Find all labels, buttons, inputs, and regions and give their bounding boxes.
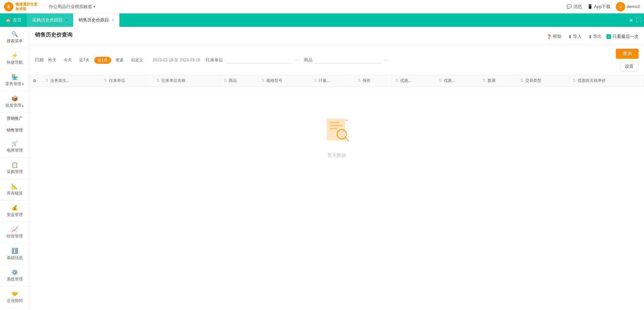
maximize-button[interactable]: ⛶ bbox=[636, 17, 641, 23]
goods-input[interactable] bbox=[315, 57, 382, 63]
tab-sales-history[interactable]: 销售历史价跟踪 × bbox=[73, 13, 119, 27]
sidebar-item-quick-nav[interactable]: ⚡ 快捷导航 bbox=[0, 48, 29, 70]
col-biz-date[interactable]: ⇅ 业务发生... bbox=[42, 75, 100, 87]
date-btn-yesterday[interactable]: 昨天 bbox=[46, 57, 59, 64]
data-table: ⚙ ⇅ 业务发生... ⇅ 往来单位 ⇅ 往来单位名称 bbox=[30, 75, 644, 87]
quick-nav-icon: ⚡ bbox=[11, 52, 18, 59]
sidebar-item-enterprise-collab[interactable]: 🤝 企业协同 bbox=[0, 287, 29, 308]
sidebar-item-marketing-promo[interactable]: 营销推广 bbox=[0, 113, 29, 124]
goods-filter: 商品 ··· bbox=[304, 57, 388, 63]
content-area: 销售历史价查询 ❓ 帮助 ⬆ 导入 ⬇ 导出 ✓ bbox=[30, 27, 644, 310]
sidebar-item-ecommerce-mgmt[interactable]: 🛒 电商管理 bbox=[0, 136, 29, 158]
logo-area: 6 畅捷通好生意 标准版 bbox=[4, 2, 38, 11]
page-header: 销售历史价查询 ❓ 帮助 ⬆ 导入 ⬇ 导出 ✓ bbox=[30, 27, 644, 45]
sidebar-item-inventory-calc[interactable]: 📐 库存核算 bbox=[0, 179, 29, 201]
only-last-checkbox-label[interactable]: ✓ 只看最后一次 bbox=[606, 34, 639, 40]
col-goods[interactable]: ⇅ 商品 bbox=[220, 75, 258, 87]
finance-icon: 💰 bbox=[11, 205, 18, 211]
import-button[interactable]: ⬆ 导入 bbox=[566, 33, 584, 40]
help-button[interactable]: ❓ 帮助 bbox=[544, 33, 564, 40]
tab-sales-close[interactable]: × bbox=[112, 18, 114, 22]
sort-icon-goods[interactable]: ⇅ bbox=[224, 78, 227, 83]
date-range-display: 2023-02-18 至 2023-03-18 bbox=[153, 57, 200, 63]
message-icon: 💬 bbox=[567, 4, 572, 9]
help-icon: ❓ bbox=[546, 34, 552, 39]
col-trading-unit-code[interactable]: ⇅ 往来单位 bbox=[100, 75, 153, 87]
operations-icon: 📈 bbox=[11, 226, 18, 232]
col-quantity[interactable]: ⇅ 数量 bbox=[479, 75, 517, 87]
sort-icon-discount1[interactable]: ⇅ bbox=[395, 78, 398, 83]
sort-icon-quoted-price[interactable]: ⇅ bbox=[358, 78, 361, 83]
filter-bar: 日期 昨天 今天 近7天 近1月 更多 自定义 2023-02-18 至 202… bbox=[30, 45, 644, 75]
sort-icon-quantity[interactable]: ⇅ bbox=[482, 78, 486, 83]
sidebar-item-sales-mgmt[interactable]: 销售管理 bbox=[0, 124, 29, 136]
sidebar-item-beginner-guide[interactable]: 🎯 新手引导 bbox=[0, 308, 29, 310]
message-button[interactable]: 💬 消息 bbox=[567, 4, 582, 10]
sort-icon-spec[interactable]: ⇅ bbox=[261, 78, 265, 83]
col-quoted-price[interactable]: ⇅ 报价 bbox=[354, 75, 391, 87]
sidebar-item-basic-info[interactable]: ℹ️ 基础信息 bbox=[0, 244, 29, 265]
col-discount1[interactable]: ⇅ 优惠... bbox=[391, 75, 435, 87]
tab-purchase-close[interactable]: × bbox=[65, 18, 68, 22]
setting-button[interactable]: 设置 bbox=[620, 61, 639, 71]
svg-rect-1 bbox=[329, 122, 339, 123]
purchase-icon: 📋 bbox=[11, 162, 18, 168]
svg-text:✦: ✦ bbox=[345, 118, 348, 123]
table-header: ⚙ ⇅ 业务发生... ⇅ 往来单位 ⇅ 往来单位名称 bbox=[30, 75, 644, 87]
sort-icon-unit[interactable]: ⇅ bbox=[314, 78, 317, 83]
sidebar-item-retail-mgmt[interactable]: 🏪 零售管理 ▾ bbox=[0, 70, 29, 91]
search-icon: 🔍 bbox=[11, 31, 18, 37]
page-title: 销售历史价查询 bbox=[35, 32, 72, 39]
date-btn-custom[interactable]: 自定义 bbox=[128, 57, 146, 64]
chevron-up-icon: ▴ bbox=[22, 104, 24, 107]
avatar: d bbox=[616, 2, 625, 11]
sidebar-item-operations-mgmt[interactable]: 📈 经营管理 bbox=[0, 222, 29, 244]
page-toolbar: ❓ 帮助 ⬆ 导入 ⬇ 导出 ✓ 只看最后一次 bbox=[544, 31, 639, 42]
export-button[interactable]: ⬇ 导出 bbox=[586, 33, 604, 40]
goods-picker[interactable]: ··· bbox=[384, 57, 388, 63]
date-btn-7days[interactable]: 近7天 bbox=[76, 57, 92, 64]
sort-icon-trade-type[interactable]: ⇅ bbox=[520, 78, 523, 83]
date-btn-more[interactable]: 更多 bbox=[113, 57, 126, 64]
sidebar-item-wholesale-mgmt[interactable]: 📦 批发管理 ▴ bbox=[0, 91, 29, 113]
goods-label: 商品 bbox=[304, 57, 313, 63]
empty-svg: ✦ ✦ bbox=[320, 113, 354, 147]
sort-icon-trading-unit-name[interactable]: ⇅ bbox=[156, 78, 160, 83]
col-unit[interactable]: ⇅ 计量... bbox=[310, 75, 354, 87]
col-pretax-price[interactable]: ⇅ 优惠前无税单价 bbox=[569, 75, 644, 87]
user-profile[interactable]: d demo2 bbox=[616, 2, 640, 11]
app-selector[interactable]: 办公用品行业模拟账套 ▾ bbox=[49, 4, 95, 10]
sort-icon-pretax-price[interactable]: ⇅ bbox=[573, 78, 576, 83]
trading-unit-filter: 往来单位 ··· bbox=[206, 57, 299, 63]
col-spec[interactable]: ⇅ 规格型号 bbox=[258, 75, 310, 87]
date-btn-1month[interactable]: 近1月 bbox=[94, 57, 111, 64]
sort-icon-trading-unit[interactable]: ⇅ bbox=[104, 78, 107, 83]
query-button[interactable]: 查询 bbox=[616, 49, 639, 59]
import-icon: ⬆ bbox=[568, 34, 572, 39]
trading-unit-picker[interactable]: ··· bbox=[294, 57, 299, 63]
tab-purchase-history[interactable]: 采购历史价跟踪 × bbox=[27, 13, 73, 27]
date-btn-today[interactable]: 今天 bbox=[61, 57, 74, 64]
sidebar-item-purchase-mgmt[interactable]: 📋 采购管理 bbox=[0, 158, 29, 179]
table-settings-icon[interactable]: ⚙ bbox=[33, 79, 37, 83]
trading-unit-input[interactable] bbox=[225, 57, 292, 63]
sidebar-item-finance-mgmt[interactable]: 💰 资金管理 bbox=[0, 201, 29, 222]
col-discount2[interactable]: ⇅ 优惠... bbox=[435, 75, 479, 87]
sidebar-item-search-menu[interactable]: 🔍 搜索菜单 bbox=[0, 27, 29, 48]
tab-home[interactable]: 🏠 首页 bbox=[0, 13, 27, 27]
date-label: 日期 bbox=[35, 57, 44, 63]
date-filter-group: 日期 昨天 今天 近7天 近1月 更多 自定义 bbox=[35, 57, 146, 64]
app-download-button[interactable]: 📱 App下载 bbox=[587, 4, 610, 10]
basic-info-icon: ℹ️ bbox=[11, 248, 18, 254]
sort-icon-discount2[interactable]: ⇅ bbox=[439, 78, 442, 83]
only-last-checkbox[interactable]: ✓ bbox=[606, 34, 611, 39]
col-trading-unit-name[interactable]: ⇅ 往来单位名称 bbox=[153, 75, 220, 87]
sidebar-item-system-mgmt[interactable]: ⚙️ 系统管理 bbox=[0, 265, 29, 287]
col-trade-type[interactable]: ⇅ 交易类型 bbox=[517, 75, 569, 87]
inventory-icon: 📐 bbox=[11, 183, 18, 190]
divider bbox=[43, 3, 43, 10]
close-all-tabs-button[interactable]: ✕ bbox=[629, 17, 633, 23]
col-settings[interactable]: ⚙ bbox=[30, 75, 42, 87]
wholesale-icon: 📦 bbox=[11, 95, 18, 102]
sort-icon-biz-date[interactable]: ⇅ bbox=[45, 78, 49, 83]
